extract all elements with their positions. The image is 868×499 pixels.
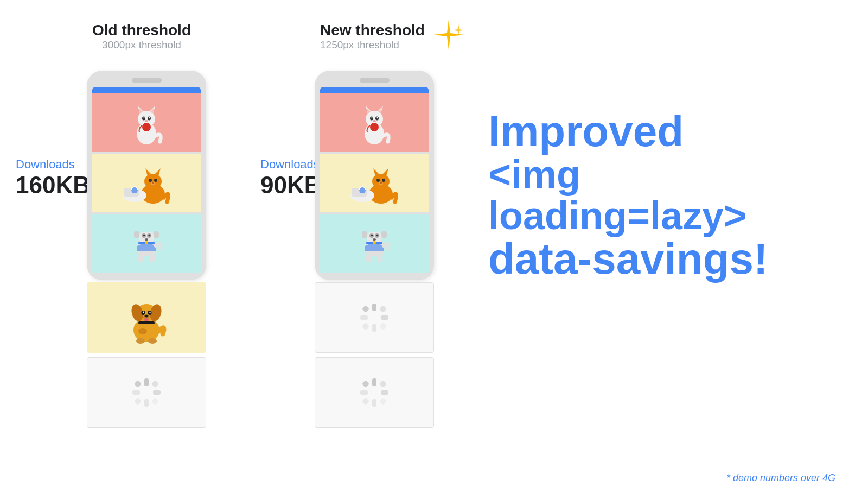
svg-rect-58	[151, 380, 159, 388]
old-phone	[87, 71, 206, 280]
demo-note: * demo numbers over 4G	[726, 472, 835, 484]
svg-rect-54	[144, 399, 149, 407]
svg-point-31	[145, 238, 148, 241]
new-phone	[315, 71, 434, 280]
sparkle-icon	[432, 18, 465, 53]
svg-rect-108	[381, 390, 388, 395]
svg-point-96	[373, 241, 376, 244]
svg-rect-104	[379, 323, 387, 330]
old-below-fold-img1	[87, 282, 206, 353]
svg-rect-106	[372, 399, 376, 407]
svg-point-47	[145, 315, 149, 318]
svg-rect-110	[379, 380, 387, 388]
new-below-fold-img1	[315, 282, 434, 353]
svg-rect-91	[362, 231, 367, 238]
new-downloads-label: Downloads	[260, 157, 322, 172]
svg-rect-101	[362, 305, 369, 313]
svg-point-19	[154, 179, 157, 182]
svg-rect-93	[366, 255, 372, 262]
right-section: Improved <img loading=lazy> data-savings…	[488, 109, 846, 282]
svg-point-72	[370, 123, 379, 131]
svg-point-13	[142, 123, 151, 131]
svg-rect-111	[362, 397, 369, 405]
svg-rect-56	[153, 390, 161, 395]
new-downloads-info: Downloads 90KB	[260, 157, 322, 199]
svg-point-89	[376, 235, 379, 237]
svg-rect-100	[381, 315, 388, 320]
svg-point-12	[145, 120, 148, 122]
svg-point-48	[144, 318, 149, 321]
svg-point-80	[380, 182, 382, 184]
old-downloads-info: Downloads 160KB	[16, 157, 90, 199]
svg-rect-103	[362, 323, 369, 330]
svg-rect-49	[138, 321, 155, 324]
new-downloads-size: 90KB	[260, 172, 322, 199]
svg-rect-35	[149, 255, 155, 262]
new-below-fold-img2	[315, 357, 434, 428]
svg-rect-32	[134, 231, 139, 238]
svg-point-10	[144, 117, 145, 118]
improved-line1: Improved	[488, 109, 846, 154]
old-phone-img1	[92, 93, 201, 152]
svg-marker-0	[433, 20, 464, 50]
old-below-fold-img2	[87, 357, 206, 428]
svg-point-52	[148, 338, 157, 344]
svg-point-88	[371, 235, 373, 237]
old-downloads-label: Downloads	[16, 157, 90, 172]
old-phone-img2	[92, 154, 201, 212]
svg-point-74	[372, 174, 390, 189]
svg-rect-59	[134, 397, 142, 405]
new-threshold-subtitle: 1250px threshold	[320, 39, 425, 51]
svg-point-18	[149, 179, 152, 182]
svg-point-69	[372, 117, 373, 118]
svg-point-51	[136, 338, 145, 344]
old-threshold-title: Old threshold	[92, 22, 191, 39]
svg-rect-55	[132, 390, 140, 395]
svg-point-50	[138, 328, 147, 334]
svg-rect-34	[138, 255, 144, 262]
svg-point-90	[373, 238, 376, 241]
new-phone-img3	[320, 214, 429, 273]
new-phone-img1	[320, 93, 429, 152]
svg-rect-97	[372, 304, 376, 311]
svg-rect-99	[360, 315, 368, 320]
svg-rect-94	[377, 255, 382, 262]
svg-rect-60	[151, 397, 159, 405]
svg-point-44	[143, 312, 144, 313]
svg-rect-105	[372, 378, 376, 386]
svg-point-30	[149, 235, 151, 237]
svg-point-78	[382, 179, 385, 182]
svg-rect-53	[144, 378, 149, 386]
svg-rect-102	[379, 305, 387, 313]
svg-rect-112	[379, 397, 387, 405]
new-phone-img2	[320, 154, 429, 212]
old-downloads-size: 160KB	[16, 172, 90, 199]
svg-rect-33	[154, 231, 159, 238]
svg-rect-109	[362, 380, 369, 388]
svg-point-37	[145, 241, 148, 244]
svg-point-15	[144, 174, 162, 189]
new-threshold-title: New threshold	[320, 22, 425, 39]
svg-rect-92	[381, 231, 387, 238]
improved-line2: <img loading=lazy>	[488, 154, 846, 236]
svg-point-45	[149, 312, 150, 313]
svg-point-71	[373, 120, 376, 122]
improved-line3: data-savings!	[488, 236, 846, 282]
svg-point-77	[376, 179, 380, 182]
old-phone-img3	[92, 214, 201, 273]
svg-rect-98	[372, 324, 376, 332]
svg-rect-107	[360, 390, 368, 395]
svg-point-11	[149, 117, 150, 118]
svg-point-29	[143, 235, 145, 237]
svg-point-21	[152, 182, 154, 184]
old-threshold-subtitle: 3000px threshold	[92, 39, 191, 51]
svg-point-70	[377, 117, 378, 118]
svg-rect-57	[134, 380, 142, 388]
